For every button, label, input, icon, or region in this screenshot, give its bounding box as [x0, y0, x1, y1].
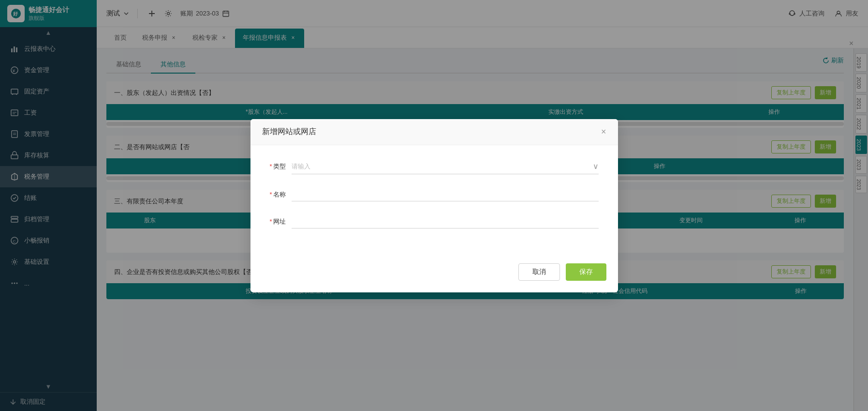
modal-add-website: 新增网站或网店 × * 类型 ∨ [250, 119, 618, 292]
modal-close-button[interactable]: × [601, 127, 606, 136]
url-required-mark: * [270, 218, 272, 225]
form-type-label: * 类型 [270, 162, 286, 171]
modal-header: 新增网站或网店 × [250, 119, 618, 145]
type-label-text: 类型 [273, 162, 286, 171]
form-row-name: * 名称 [270, 188, 599, 201]
type-input-wrap: ∨ [292, 159, 599, 174]
form-row-url: * 网址 [270, 215, 599, 228]
name-required-mark: * [270, 191, 272, 198]
form-type-row: * 类型 ∨ [270, 159, 599, 174]
type-required-mark: * [270, 163, 272, 170]
type-input[interactable] [292, 163, 593, 170]
save-button[interactable]: 保存 [566, 263, 606, 281]
modal-body: * 类型 ∨ * 名称 [250, 145, 618, 256]
modal-footer: 取消 保存 [250, 256, 618, 292]
type-dropdown-arrow[interactable]: ∨ [593, 162, 599, 171]
name-input-wrap [292, 188, 599, 201]
form-row-type: * 类型 ∨ [270, 159, 599, 174]
form-url-label: * 网址 [270, 217, 286, 226]
form-name-row: * 名称 [270, 188, 599, 201]
modal-overlay[interactable]: 新增网站或网店 × * 类型 ∨ [0, 0, 868, 411]
cancel-button[interactable]: 取消 [518, 263, 560, 281]
url-input[interactable] [292, 218, 599, 225]
form-name-label: * 名称 [270, 190, 286, 199]
form-url-row: * 网址 [270, 215, 599, 228]
url-input-wrap [292, 215, 599, 228]
name-label-text: 名称 [273, 190, 286, 199]
url-label-text: 网址 [273, 217, 286, 226]
modal-title: 新增网站或网店 [262, 127, 316, 137]
name-input[interactable] [292, 191, 599, 198]
